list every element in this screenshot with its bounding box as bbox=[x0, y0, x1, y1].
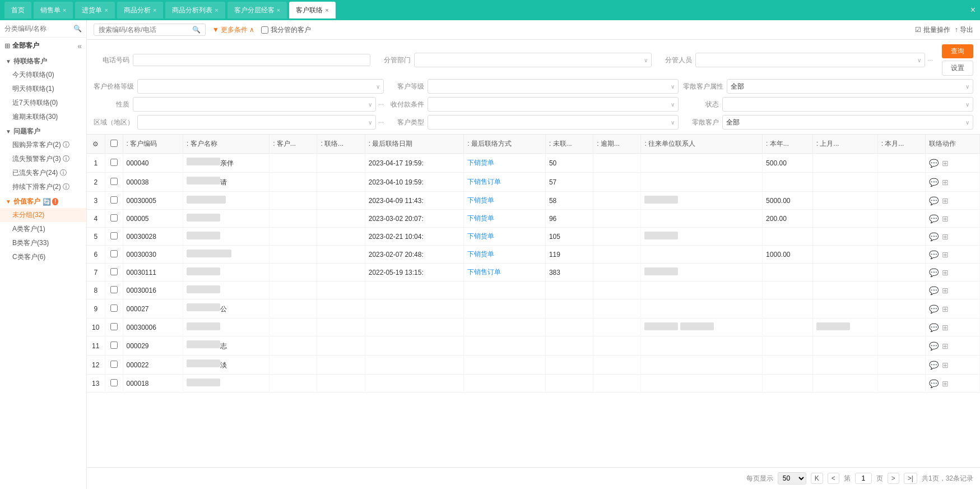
tab-product-analysis-list[interactable]: 商品分析列表 × bbox=[165, 2, 225, 19]
close-customer-contact-icon[interactable]: × bbox=[325, 7, 328, 13]
category-search-input[interactable] bbox=[4, 25, 71, 33]
manager-more-icon[interactable]: ··· bbox=[927, 56, 933, 64]
home-tab[interactable]: 首页 bbox=[4, 2, 31, 19]
contact-link-1[interactable]: 下销货单 bbox=[467, 159, 494, 167]
sidebar-item-today-pending[interactable]: 今天待联络(0) bbox=[0, 68, 86, 82]
chat-icon-11[interactable]: 💬 bbox=[929, 342, 939, 350]
my-customers-checkbox[interactable] bbox=[261, 26, 268, 34]
more-conditions-btn[interactable]: ▼ 更多条件 ∧ bbox=[212, 25, 254, 35]
grid-action-icon-1[interactable]: ⊞ bbox=[942, 159, 949, 168]
row-checkbox-1[interactable] bbox=[110, 159, 118, 166]
grid-action-icon-3[interactable]: ⊞ bbox=[942, 196, 949, 205]
sidebar-item-tomorrow-pending[interactable]: 明天待联络(1) bbox=[0, 82, 86, 96]
sidebar-item-b-class[interactable]: B类客户(33) bbox=[0, 236, 86, 250]
grid-action-icon-8[interactable]: ⊞ bbox=[942, 286, 949, 295]
sidebar-item-overdue-pending[interactable]: 逾期未联络(30) bbox=[0, 110, 86, 124]
row-checkbox-3[interactable] bbox=[110, 196, 118, 204]
chat-icon-4[interactable]: 💬 bbox=[929, 214, 939, 223]
price-grade-select[interactable]: ∨ bbox=[137, 79, 384, 94]
sidebar-item-7days-pending[interactable]: 近7天待联络(0) bbox=[0, 96, 86, 110]
per-page-select[interactable]: 50 100 200 bbox=[778, 472, 806, 485]
sidebar-item-c-class[interactable]: C类客户(6) bbox=[0, 250, 86, 264]
sidebar-item-declining[interactable]: 持续下滑客户(2) ⓘ bbox=[0, 180, 86, 194]
chat-icon-6[interactable]: 💬 bbox=[929, 250, 939, 259]
region-more-icon[interactable]: ··· bbox=[378, 118, 384, 126]
customer-type-select[interactable]: ∨ bbox=[428, 115, 679, 130]
grid-action-icon-9[interactable]: ⊞ bbox=[942, 305, 949, 313]
reset-button[interactable]: 设置 bbox=[942, 61, 973, 76]
chat-icon-7[interactable]: 💬 bbox=[929, 268, 939, 277]
main-search-input[interactable] bbox=[99, 26, 190, 34]
nature-more-icon[interactable]: ··· bbox=[378, 100, 384, 108]
region-select[interactable]: ∨ bbox=[137, 115, 376, 130]
close-customer-segment-icon[interactable]: × bbox=[277, 7, 280, 13]
sidebar-collapse-icon[interactable]: « bbox=[77, 41, 82, 50]
query-button[interactable]: 查询 bbox=[942, 44, 973, 58]
status-select[interactable]: ∨ bbox=[722, 97, 973, 112]
nature-select[interactable]: ∨ bbox=[133, 97, 376, 112]
contact-link-5[interactable]: 下销货单 bbox=[467, 232, 494, 240]
row-checkbox-11[interactable] bbox=[110, 342, 118, 349]
chat-icon-13[interactable]: 💬 bbox=[929, 379, 939, 388]
contact-link-2[interactable]: 下销售订单 bbox=[467, 178, 501, 186]
row-checkbox-9[interactable] bbox=[110, 305, 118, 312]
grid-action-icon-13[interactable]: ⊞ bbox=[942, 379, 949, 388]
last-page-btn[interactable]: >| bbox=[904, 473, 917, 484]
problem-customers-group[interactable]: ▼ 问题客户 bbox=[0, 124, 86, 138]
close-sales-order-icon[interactable]: × bbox=[63, 7, 66, 13]
chat-icon-1[interactable]: 💬 bbox=[929, 159, 939, 168]
grid-action-icon-4[interactable]: ⊞ bbox=[942, 214, 949, 223]
tab-purchase-order[interactable]: 进货单 × bbox=[75, 2, 114, 19]
chat-icon-3[interactable]: 💬 bbox=[929, 196, 939, 205]
sidebar-item-churned[interactable]: 已流失客户(24) ⓘ bbox=[0, 166, 86, 180]
current-page-input[interactable] bbox=[855, 473, 872, 484]
sidebar-item-abnormal[interactable]: 囤购异常客户(2) ⓘ bbox=[0, 138, 86, 152]
row-checkbox-12[interactable] bbox=[110, 361, 118, 368]
row-checkbox-10[interactable] bbox=[110, 323, 118, 330]
grid-action-icon-5[interactable]: ⊞ bbox=[942, 232, 949, 241]
tab-sales-order[interactable]: 销售单 × bbox=[34, 2, 73, 19]
chat-icon-10[interactable]: 💬 bbox=[929, 323, 939, 332]
pending-contact-group[interactable]: ▼ 待联络客户 bbox=[0, 54, 86, 68]
close-purchase-icon[interactable]: × bbox=[104, 7, 108, 13]
row-checkbox-6[interactable] bbox=[110, 250, 118, 257]
grid-action-icon-10[interactable]: ⊞ bbox=[942, 323, 949, 332]
next-page-btn[interactable]: > bbox=[888, 473, 899, 484]
chat-icon-9[interactable]: 💬 bbox=[929, 305, 939, 313]
sidebar-item-ungrouped[interactable]: 未分组(32) bbox=[0, 208, 86, 222]
dept-select[interactable]: ∨ bbox=[414, 53, 652, 67]
close-product-analysis-list-icon[interactable]: × bbox=[215, 7, 218, 13]
grid-action-icon-7[interactable]: ⊞ bbox=[942, 268, 949, 277]
tab-customer-contact[interactable]: 客户联络 × bbox=[289, 2, 335, 19]
sidebar-item-a-class[interactable]: A类客户(1) bbox=[0, 222, 86, 236]
grid-action-icon-12[interactable]: ⊞ bbox=[942, 361, 949, 370]
select-all-checkbox[interactable] bbox=[110, 140, 118, 147]
retail-customer-select[interactable]: 全部 ∨ bbox=[722, 115, 973, 130]
grid-action-icon-2[interactable]: ⊞ bbox=[942, 178, 949, 187]
close-product-analysis-icon[interactable]: × bbox=[153, 7, 156, 13]
main-search-icon[interactable]: 🔍 bbox=[192, 26, 201, 34]
manager-select[interactable]: ∨ bbox=[695, 53, 925, 67]
row-checkbox-2[interactable] bbox=[110, 178, 118, 185]
contact-link-4[interactable]: 下销货单 bbox=[467, 214, 494, 222]
grid-action-icon-11[interactable]: ⊞ bbox=[942, 342, 949, 350]
refresh-icon[interactable]: 🔄 bbox=[43, 198, 51, 206]
export-btn[interactable]: ↑ 导出 bbox=[955, 25, 973, 35]
row-checkbox-5[interactable] bbox=[110, 232, 118, 239]
all-customers-header[interactable]: ⊞ 全部客户 « bbox=[0, 38, 86, 54]
grid-action-icon-6[interactable]: ⊞ bbox=[942, 250, 949, 259]
contact-link-3[interactable]: 下销货单 bbox=[467, 196, 494, 204]
contact-link-7[interactable]: 下销售订单 bbox=[467, 268, 501, 276]
checkbox-col-header[interactable] bbox=[105, 135, 123, 154]
main-search-box[interactable]: 🔍 bbox=[94, 24, 206, 36]
retail-attr-select[interactable]: 全部 ∨ bbox=[727, 79, 973, 94]
tab-customer-segment[interactable]: 客户分层经客 × bbox=[227, 2, 287, 19]
sidebar-item-churn-warning[interactable]: 流失预警客户(3) ⓘ bbox=[0, 152, 86, 166]
search-icon[interactable]: 🔍 bbox=[73, 25, 82, 33]
chat-icon-12[interactable]: 💬 bbox=[929, 361, 939, 370]
payment-select[interactable]: ∨ bbox=[428, 97, 679, 112]
chat-icon-2[interactable]: 💬 bbox=[929, 178, 939, 187]
batch-ops-btn[interactable]: ☑ 批量操作 bbox=[915, 25, 950, 35]
row-checkbox-8[interactable] bbox=[110, 286, 118, 293]
chat-icon-5[interactable]: 💬 bbox=[929, 232, 939, 241]
